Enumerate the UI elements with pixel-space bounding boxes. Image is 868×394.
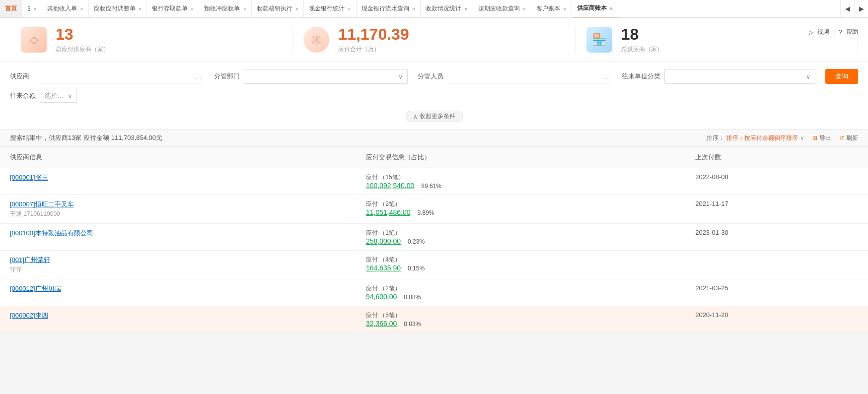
summary-section: ◇ 13 总应付供应商（家） 米 11,170.39 应付合计（万） 🏪 18 … — [0, 18, 868, 62]
export-label: 导出 — [819, 134, 831, 142]
nav-pre-collect-close[interactable]: × — [243, 6, 246, 12]
result-bar: 搜索结果中，供应商13家 应付金额 111,703,854.00元 排序： 排序… — [0, 130, 868, 147]
supplier-input[interactable] — [41, 69, 194, 84]
dept-select[interactable]: ∨ — [244, 69, 408, 84]
nav-tab-3-close[interactable]: × — [34, 6, 37, 12]
supplier-link[interactable]: [000007]恒旺二手叉车 — [10, 200, 74, 208]
collapse-button[interactable]: ∧ 收起更多条件 — [406, 111, 463, 122]
nav-customer-ledger[interactable]: 客户账本 × — [531, 0, 572, 18]
payable-percent: 9.89% — [418, 209, 434, 216]
supplier-link[interactable]: [000001]张三 — [10, 174, 48, 181]
nav-other-income-label: 其他收入单 — [47, 4, 77, 13]
supplier-info-cell: [000001]张三 — [0, 168, 356, 195]
payable-percent: 0.23% — [408, 238, 425, 245]
total-payable-suppliers-value: 13 — [56, 26, 109, 43]
query-button[interactable]: 查询 — [825, 69, 858, 84]
last-payment-cell: 2022-08-08 — [685, 168, 868, 195]
nav-pre-collect[interactable]: 预收冲应收单 × — [199, 0, 251, 18]
balance-filter-label: 往来余额 — [10, 91, 36, 100]
nav-tab-3[interactable]: 3 × — [22, 0, 42, 18]
payable-percent: 0.03% — [404, 321, 421, 328]
payable-amount[interactable]: 32,366.00 — [366, 320, 397, 328]
supplier-input-dots: … — [194, 72, 202, 81]
nav-cash-bank-stat[interactable]: 现金银行统计 × — [304, 0, 356, 18]
nav-customer-ledger-label: 客户账本 — [536, 4, 560, 13]
video-icon: ▷ — [809, 29, 813, 36]
nav-supplier-ledger[interactable]: 供应商账本 × — [572, 0, 618, 18]
person-input[interactable] — [449, 69, 602, 84]
summary-card-total-payable: 米 11,170.39 应付合计（万） — [292, 26, 575, 54]
help-link[interactable]: 帮助 — [846, 28, 858, 36]
supplier-link[interactable]: [001]广州荣轩 — [10, 256, 50, 263]
nav-other-income-close[interactable]: × — [80, 6, 83, 12]
nav-cash-bank-stat-close[interactable]: × — [348, 6, 351, 12]
nav-next-arrow[interactable]: ▶ — [854, 0, 868, 18]
payable-amount[interactable]: 11,051,486.00 — [366, 208, 411, 216]
nav-home[interactable]: 首页 — [0, 0, 22, 18]
supplier-link[interactable]: [000012]广州贝瑞 — [10, 285, 61, 292]
payable-amount[interactable]: 94,600.00 — [366, 293, 397, 301]
filter-section: 供应商 … 分管部门 ∨ 分管人员 … 往来单位分类 — [0, 62, 868, 130]
video-link[interactable]: 视频 — [817, 28, 829, 36]
nav-collection-stat[interactable]: 收款情况统计 × — [421, 0, 473, 18]
nav-collection-stat-close[interactable]: × — [464, 6, 467, 12]
help-icon: ? — [839, 29, 842, 36]
balance-select-value: 选择… — [44, 91, 64, 100]
payable-info-cell: 应付 （2笔）11,051,486.009.89% — [356, 195, 685, 224]
nav-bank-deposit[interactable]: 银行存取款单 × — [147, 0, 199, 18]
filter-person: 分管人员 … — [418, 69, 612, 83]
balance-select[interactable]: 选择… ∨ — [40, 89, 77, 103]
supplier-link[interactable]: [000002]李四 — [10, 312, 48, 319]
balance-chevron-icon: ∨ — [68, 92, 72, 100]
rice-icon: 米 — [303, 27, 329, 53]
sort-label: 排序： — [707, 134, 724, 142]
total-payable-suppliers-label: 总应付供应商（家） — [56, 45, 109, 54]
nav-other-income[interactable]: 其他收入单 × — [42, 0, 88, 18]
dept-chevron-icon: ∨ — [398, 73, 403, 80]
nav-supplier-ledger-close[interactable]: × — [610, 5, 613, 11]
nav-overdue-ar[interactable]: 超期应收款查询 × — [473, 0, 531, 18]
refresh-icon: ↺ — [839, 134, 844, 141]
payable-amount[interactable]: 164,635.90 — [366, 264, 401, 272]
nav-prev-arrow[interactable]: ◀ — [840, 0, 854, 18]
nav-ar-ap-adjust-close[interactable]: × — [139, 6, 142, 12]
nav-cash-bank-query[interactable]: 现金银行流水查询 × — [357, 0, 421, 18]
nav-cash-bank-query-close[interactable]: × — [412, 6, 415, 12]
table-row: [000002]李四应付 （5笔）32,366.000.03%2020-11-2… — [0, 306, 868, 333]
export-button[interactable]: ⊞ 导出 — [812, 134, 831, 142]
nav-bank-deposit-close[interactable]: × — [191, 6, 194, 12]
supplier-link[interactable]: [000100]本特勤油品有限公司 — [10, 229, 93, 237]
unit-filter-label: 往来单位分类 — [622, 72, 660, 81]
payable-amount[interactable]: 100,092,540.00 — [366, 182, 414, 190]
sort-chevron-icon: ∨ — [800, 134, 804, 141]
nav-overdue-ar-label: 超期应收款查询 — [478, 4, 520, 13]
nav-collection-exec-close[interactable]: × — [295, 6, 298, 12]
nav-collection-exec[interactable]: 收款核销执行 × — [252, 0, 304, 18]
person-filter-label: 分管人员 — [418, 72, 443, 81]
payable-info-cell: 应付 （5笔）32,366.000.03% — [356, 306, 685, 333]
col-last-payment: 上次付数 — [685, 147, 868, 168]
collapse-bar: ∧ 收起更多条件 — [10, 108, 858, 124]
refresh-button[interactable]: ↺ 刷新 — [839, 134, 858, 142]
payable-amount[interactable]: 258,000.00 — [366, 237, 401, 245]
table-container: 供应商信息 应付交易信息（占比） 上次付数 [000001]张三应付 （15笔）… — [0, 147, 868, 333]
person-input-dots: … — [602, 72, 610, 81]
sort-button[interactable]: 排序： 排序：按应付余额倒序排序 ∨ — [707, 134, 804, 142]
table-row: [000001]张三应付 （15笔）100,092,540.0089.61%20… — [0, 168, 868, 195]
filter-row-2: 往来余额 选择… ∨ — [10, 89, 858, 103]
table-row: [000012]广州贝瑞应付 （2笔）94,600.000.08%2021-03… — [0, 279, 868, 306]
unit-select[interactable]: ∨ — [664, 69, 816, 84]
nav-ar-ap-adjust[interactable]: 应收应付调整单 × — [89, 0, 147, 18]
summary-info-2: 11,170.39 应付合计（万） — [338, 26, 409, 54]
nav-tab-3-label: 3 — [27, 5, 31, 12]
last-payment-cell: 2021-03-25 — [685, 279, 868, 306]
collapse-label: 收起更多条件 — [420, 112, 455, 121]
payable-label: 应付 （5笔） — [366, 311, 675, 320]
total-suppliers-value: 18 — [621, 26, 663, 43]
nav-overdue-ar-close[interactable]: × — [523, 6, 526, 12]
nav-customer-ledger-close[interactable]: × — [563, 6, 566, 12]
nav-bar: 首页 3 × 其他收入单 × 应收应付调整单 × 银行存取款单 × 预收冲应收单… — [0, 0, 868, 18]
supplier-info-cell: [000007]恒旺二手叉车王通 17106110000 — [0, 195, 356, 224]
result-text: 搜索结果中，供应商13家 应付金额 111,703,854.00元 — [10, 133, 162, 142]
supplier-info-cell: [001]广州荣轩仔仔 — [0, 251, 356, 279]
